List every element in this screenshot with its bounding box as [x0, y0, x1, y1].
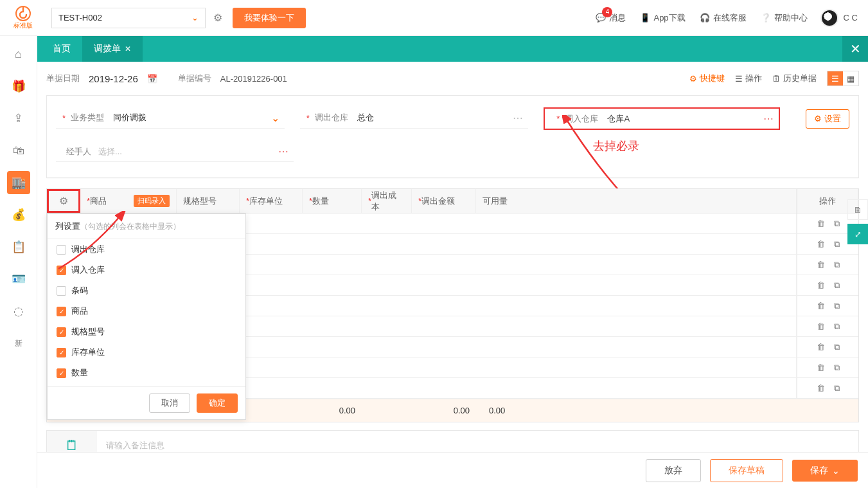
tabbar-close-icon[interactable]: ✕: [842, 36, 868, 62]
colset-item[interactable]: ✓库存单位: [48, 342, 245, 363]
delete-icon[interactable]: 🗑: [817, 342, 825, 352]
gear-icon: ⚙: [814, 114, 822, 123]
sidebar-warehouse-icon[interactable]: 🏬: [7, 171, 30, 194]
doc-date-label: 单据日期: [46, 73, 80, 84]
org-selector[interactable]: TEST-H002 ⌄: [51, 8, 206, 28]
save-draft-button[interactable]: 保存草稿: [710, 459, 783, 482]
trial-button[interactable]: 我要体验一下: [233, 8, 306, 28]
float-right: 🗎 ⤢: [847, 199, 868, 244]
scan-button[interactable]: 扫码录入: [134, 195, 170, 207]
link-operations[interactable]: ☰操作: [735, 73, 762, 84]
colset-item[interactable]: ✓商品: [48, 301, 245, 321]
copy-icon[interactable]: ⧉: [834, 239, 840, 249]
sidebar-gift-icon[interactable]: 🎁: [7, 75, 30, 98]
field-biz-type[interactable]: * 业务类型 同价调拨 ⌄: [56, 109, 285, 129]
out-wh-value: 总仓: [357, 112, 508, 123]
tab-bar: 首页 调拨单 ✕ ✕: [37, 36, 868, 62]
org-selector-value: TEST-H002: [58, 13, 102, 23]
copy-icon[interactable]: ⧉: [834, 383, 840, 393]
copy-icon[interactable]: ⧉: [834, 321, 840, 332]
main-area: 首页 调拨单 ✕ ✕ 单据日期 2019-12-26 📅 单据编号 AL-201…: [37, 36, 868, 488]
save-button[interactable]: 保存⌄: [792, 460, 858, 482]
nav-help[interactable]: ❔ 帮助中心: [761, 12, 808, 24]
sidebar-house-up-icon[interactable]: ⇪: [7, 107, 30, 130]
colset-item[interactable]: 条码: [48, 280, 245, 301]
chevron-down-icon: ⌄: [271, 112, 279, 124]
close-icon[interactable]: ✕: [125, 44, 131, 53]
field-out-warehouse[interactable]: * 调出仓库 总仓 ⋯: [300, 109, 529, 129]
nav-messages[interactable]: 💬 消息 4: [596, 12, 626, 24]
field-handler[interactable]: 经手人 选择... ⋯: [56, 143, 294, 162]
logo-icon: [15, 6, 31, 21]
messages-badge: 4: [602, 7, 612, 17]
colset-cancel-button[interactable]: 取消: [149, 393, 190, 413]
link-history[interactable]: 🗓历史单据: [772, 73, 817, 84]
colset-ok-button[interactable]: 确定: [197, 393, 238, 413]
out-wh-label: 调出仓库: [315, 112, 352, 123]
delete-icon[interactable]: 🗑: [817, 239, 825, 249]
copy-icon[interactable]: ⧉: [834, 342, 840, 352]
calendar-icon: 🗓: [772, 74, 781, 84]
copy-icon[interactable]: ⧉: [834, 219, 840, 229]
discard-button[interactable]: 放弃: [646, 459, 701, 482]
sidebar-bag-icon[interactable]: 🛍: [7, 139, 30, 162]
calendar-icon[interactable]: 📅: [147, 74, 157, 84]
delete-icon[interactable]: 🗑: [817, 363, 825, 372]
delete-icon[interactable]: 🗑: [817, 383, 825, 393]
nav-app-label: App下载: [653, 12, 685, 24]
tf-qty: 0.00: [303, 399, 362, 422]
headset-icon: 🎧: [700, 13, 710, 23]
doc-date-value[interactable]: 2019-12-26: [89, 73, 138, 84]
gear-icon[interactable]: ⚙: [213, 12, 222, 24]
sidebar-card-icon[interactable]: 🪪: [7, 267, 30, 291]
copy-icon[interactable]: ⧉: [834, 363, 840, 373]
copy-icon[interactable]: ⧉: [834, 301, 840, 311]
float-expand-icon[interactable]: ⤢: [847, 224, 868, 244]
settings-button[interactable]: ⚙ 设置: [806, 109, 849, 129]
biz-type-label: 业务类型: [71, 112, 108, 123]
tab-home[interactable]: 首页: [41, 36, 82, 62]
sidebar-new-icon[interactable]: 新: [7, 332, 30, 355]
colset-item[interactable]: ✓数量: [48, 363, 245, 383]
nav-app-download[interactable]: 📱 App下载: [640, 12, 685, 24]
help-icon: ❔: [761, 13, 771, 23]
copy-icon[interactable]: ⧉: [834, 260, 840, 270]
logo: 标准版: [10, 6, 36, 30]
ellipsis-icon: ⋯: [763, 113, 774, 125]
delete-icon[interactable]: 🗑: [817, 260, 825, 269]
sidebar-home-icon[interactable]: ⌂: [7, 42, 30, 66]
annotation-arrow-2: [53, 211, 130, 275]
table-header: ⚙ *商品扫码录入 规格型号 *库存单位 *数量 *调出成本 *调出金额 可用量…: [47, 189, 858, 213]
doc-no-value: AL-20191226-001: [220, 74, 287, 84]
sidebar-loading-icon[interactable]: ◌: [7, 300, 30, 323]
tf-avail: 0.00: [476, 399, 797, 422]
copy-icon[interactable]: ⧉: [834, 280, 840, 291]
column-settings-button[interactable]: ⚙: [47, 189, 80, 213]
colset-item-label: 库存单位: [71, 347, 105, 358]
sidebar-clipboard-icon[interactable]: 📋: [7, 235, 30, 258]
gear-icon: ⚙: [689, 74, 697, 84]
tab-transfer-order[interactable]: 调拨单 ✕: [82, 36, 143, 62]
delete-icon[interactable]: 🗑: [817, 301, 825, 311]
delete-icon[interactable]: 🗑: [817, 280, 825, 290]
list-icon: ☰: [735, 74, 743, 84]
float-note-icon[interactable]: 🗎: [847, 199, 868, 220]
delete-icon[interactable]: 🗑: [817, 219, 825, 228]
colset-item-label: 数量: [71, 367, 88, 379]
view-list-icon[interactable]: ☰: [828, 71, 843, 86]
nav-service[interactable]: 🎧 在线客服: [700, 12, 747, 24]
ellipsis-icon: ⋯: [278, 145, 288, 158]
view-grid-icon[interactable]: ▦: [843, 71, 858, 86]
handler-placeholder: 选择...: [98, 146, 273, 158]
delete-icon[interactable]: 🗑: [817, 321, 825, 331]
username[interactable]: C C: [844, 13, 858, 23]
checkbox-icon: ✓: [57, 368, 66, 378]
colset-item[interactable]: ✓规格型号: [48, 321, 245, 342]
table: ⚙ *商品扫码录入 规格型号 *库存单位 *数量 *调出成本 *调出金额 可用量…: [46, 188, 859, 422]
handler-label: 经手人: [56, 146, 93, 158]
checkbox-icon: ✓: [57, 327, 66, 337]
link-shortcut[interactable]: ⚙快捷键: [689, 73, 725, 84]
avatar[interactable]: [820, 9, 838, 27]
colset-item-label: 规格型号: [71, 326, 105, 338]
sidebar-money-icon[interactable]: 💰: [7, 203, 30, 226]
